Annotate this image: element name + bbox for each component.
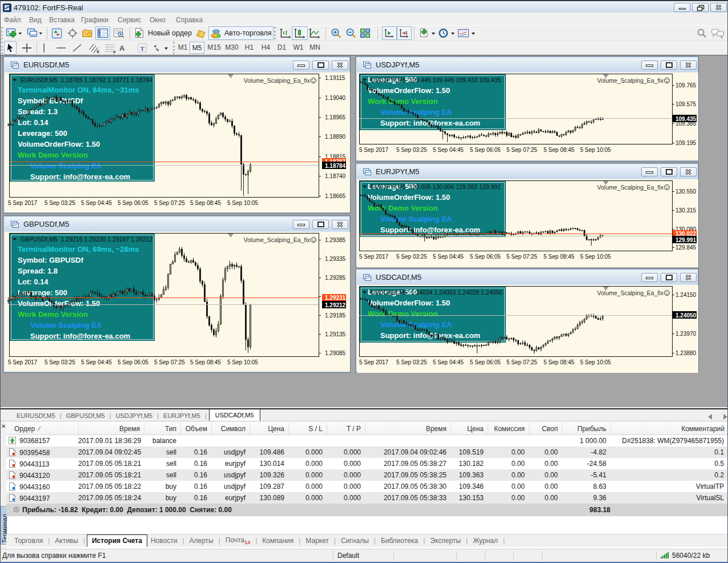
svg-text:Work Demo Version: Work Demo Version xyxy=(368,309,438,318)
svg-text:Leverage: 500: Leverage: 500 xyxy=(18,288,67,297)
svg-text:1.24150: 1.24150 xyxy=(675,292,697,298)
svg-text:1.29385: 1.29385 xyxy=(325,237,346,243)
svg-text:Support: info@forex-ea.com: Support: info@forex-ea.com xyxy=(30,172,130,181)
svg-text:5 Sep 07:25: 5 Sep 07:25 xyxy=(154,359,185,365)
svg-text:VolumeOrderFlow: 1.50: VolumeOrderFlow: 1.50 xyxy=(368,193,450,202)
svg-text:Support: info@forex-ea.com: Support: info@forex-ea.com xyxy=(30,332,130,340)
svg-text:Spread: 1.8: Spread: 1.8 xyxy=(18,267,58,275)
svg-text:1.29335: 1.29335 xyxy=(325,256,346,262)
svg-text:5 Sep 03:25: 5 Sep 03:25 xyxy=(45,200,75,206)
svg-text:Work Demo Version: Work Demo Version xyxy=(18,151,88,159)
svg-text:Volume_Scalping_Ea_fix: Volume_Scalping_Ea_fix xyxy=(597,77,664,84)
svg-text:5 Sep 06:05: 5 Sep 06:05 xyxy=(470,254,501,260)
svg-text:F: F xyxy=(114,50,116,54)
svg-text:1.18965: 1.18965 xyxy=(325,114,346,120)
svg-text:1.29285: 1.29285 xyxy=(325,275,346,281)
svg-text:5 Sep 08:45: 5 Sep 08:45 xyxy=(544,147,574,153)
svg-text:1.23880: 1.23880 xyxy=(675,350,697,356)
svg-text:5 Sep 04:45: 5 Sep 04:45 xyxy=(81,359,112,365)
svg-text:5 Sep 07:25: 5 Sep 07:25 xyxy=(154,200,185,206)
svg-text:1.29085: 1.29085 xyxy=(325,350,346,356)
svg-text:VolumeOrderFlow: 1.50: VolumeOrderFlow: 1.50 xyxy=(18,140,100,148)
svg-text:5 Sep 04:45: 5 Sep 04:45 xyxy=(433,254,464,260)
svg-text:5 Sep 03:25: 5 Sep 03:25 xyxy=(396,147,427,153)
svg-text:1.29231: 1.29231 xyxy=(325,295,346,301)
svg-text:Leverage: 500: Leverage: 500 xyxy=(18,129,67,138)
svg-text:130.550: 130.550 xyxy=(675,188,697,195)
svg-text:109.435: 109.435 xyxy=(675,116,697,122)
svg-text:Volume Scalping EA: Volume Scalping EA xyxy=(30,162,102,170)
svg-text:Lot: 0.14: Lot: 0.14 xyxy=(18,118,49,127)
svg-text:Symbol: EURUSDf: Symbol: EURUSDf xyxy=(18,96,83,105)
svg-text:5 Sep 08:45: 5 Sep 08:45 xyxy=(190,359,221,365)
svg-text:EURUSDf,M5 1.18785 1.18792 1.: EURUSDf,M5 1.18785 1.18792 1.18771 1.187… xyxy=(21,77,152,83)
svg-text:5 Sep 08:45: 5 Sep 08:45 xyxy=(544,254,574,260)
svg-text:129.991: 129.991 xyxy=(675,237,697,243)
svg-text:1.29212: 1.29212 xyxy=(325,302,346,308)
svg-text:5 Sep 03:25: 5 Sep 03:25 xyxy=(396,359,427,365)
svg-text:1.23970: 1.23970 xyxy=(675,331,697,337)
svg-text:USDCADf,M5 1.24034 1.24053 1.: USDCADf,M5 1.24034 1.24053 1.24028 1.240… xyxy=(371,289,502,296)
svg-text:1.18890: 1.18890 xyxy=(325,134,346,140)
svg-text:VolumeOrderFlow: 1.50: VolumeOrderFlow: 1.50 xyxy=(368,86,450,95)
svg-text:1.18740: 1.18740 xyxy=(325,173,346,179)
svg-text:TerminalMonitor ON, 69ms, ~28m: TerminalMonitor ON, 69ms, ~28ms xyxy=(18,245,139,254)
svg-text:5 Sep 07:25: 5 Sep 07:25 xyxy=(506,147,537,153)
svg-text:Volume_Scalping_Ea_fix: Volume_Scalping_Ea_fix xyxy=(597,289,664,296)
svg-text:5 Sep 06:05: 5 Sep 06:05 xyxy=(118,200,148,206)
svg-text:5 Sep 2017: 5 Sep 2017 xyxy=(359,147,389,153)
svg-text:Volume Scalping EA: Volume Scalping EA xyxy=(380,108,452,116)
svg-text:5 Sep 07:25: 5 Sep 07:25 xyxy=(506,254,537,260)
svg-text:5 Sep 04:45: 5 Sep 04:45 xyxy=(433,359,464,365)
svg-text:5 Sep 06:05: 5 Sep 06:05 xyxy=(470,147,501,153)
svg-text:5 Sep 06:05: 5 Sep 06:05 xyxy=(470,359,501,365)
svg-text:130.315: 130.315 xyxy=(675,207,697,214)
svg-text:Support: info@forex-ea.com: Support: info@forex-ea.com xyxy=(380,226,480,234)
svg-text:EURJPYf,M5 130.005 130.006 12: EURJPYf,M5 130.005 130.006 129.982 129.9… xyxy=(371,183,501,190)
svg-text:5 Sep 03:25: 5 Sep 03:25 xyxy=(45,359,75,365)
svg-text:1.19040: 1.19040 xyxy=(325,95,346,101)
svg-text:5 Sep 10:05: 5 Sep 10:05 xyxy=(227,200,258,206)
svg-text:USDJPYf,M5 109.445 109.445 10: USDJPYf,M5 109.445 109.445 109.433 109.4… xyxy=(371,77,501,83)
svg-text:1.24050: 1.24050 xyxy=(675,312,697,319)
svg-text:5 Sep 10:05: 5 Sep 10:05 xyxy=(580,254,611,260)
svg-text:109.195: 109.195 xyxy=(675,140,697,146)
svg-text:5 Sep 2017: 5 Sep 2017 xyxy=(8,200,38,206)
svg-text:VolumeOrderFlow: 1.50: VolumeOrderFlow: 1.50 xyxy=(368,299,450,307)
svg-text:1.29185: 1.29185 xyxy=(325,312,346,319)
svg-text:E: E xyxy=(97,50,100,54)
svg-text:5 Sep 03:25: 5 Sep 03:25 xyxy=(396,254,427,260)
svg-text:5 Sep 2017: 5 Sep 2017 xyxy=(8,359,38,365)
svg-text:5 Sep 04:45: 5 Sep 04:45 xyxy=(81,200,112,206)
svg-text:Volume_Scalping_Ea_fix: Volume_Scalping_Ea_fix xyxy=(244,236,311,243)
svg-text:5 Sep 2017: 5 Sep 2017 xyxy=(359,254,389,260)
svg-text:Support: info@forex-ea.com: Support: info@forex-ea.com xyxy=(380,119,480,127)
svg-text:1.29135: 1.29135 xyxy=(325,331,346,337)
svg-text:Volume_Scalping_Ea_fix: Volume_Scalping_Ea_fix xyxy=(244,77,311,84)
svg-text:Support: info@forex-ea.com: Support: info@forex-ea.com xyxy=(380,331,480,340)
svg-text:1.18665: 1.18665 xyxy=(325,193,346,199)
svg-text:1.19115: 1.19115 xyxy=(325,75,345,81)
svg-text:5 Sep 06:05: 5 Sep 06:05 xyxy=(118,359,148,365)
svg-text:Lot: 0.14: Lot: 0.14 xyxy=(18,278,49,286)
svg-text:Volume Scalping EA: Volume Scalping EA xyxy=(30,321,102,329)
svg-text:5 Sep 10:05: 5 Sep 10:05 xyxy=(580,359,611,365)
svg-text:129.845: 129.845 xyxy=(675,244,697,251)
svg-text:5 Sep 08:45: 5 Sep 08:45 xyxy=(544,359,574,365)
svg-text:5 Sep 07:25: 5 Sep 07:25 xyxy=(506,359,537,365)
svg-text:1.18784: 1.18784 xyxy=(325,163,346,169)
svg-text:5 Sep 08:45: 5 Sep 08:45 xyxy=(190,200,221,206)
svg-text:Symbol: GBPUSDf: Symbol: GBPUSDf xyxy=(18,256,84,264)
svg-text:5 Sep 10:05: 5 Sep 10:05 xyxy=(227,359,258,365)
svg-text:5 Sep 04:45: 5 Sep 04:45 xyxy=(433,147,464,153)
svg-text:Volume Scalping EA: Volume Scalping EA xyxy=(380,320,452,329)
svg-text:Volume_Scalping_Ea_fix: Volume_Scalping_Ea_fix xyxy=(597,184,664,191)
svg-text:TerminalMonitor ON, 84ms, ~31m: TerminalMonitor ON, 84ms, ~31ms xyxy=(18,86,139,94)
svg-text:T: T xyxy=(140,45,145,52)
svg-text:Work Demo Version: Work Demo Version xyxy=(18,310,88,319)
svg-text:5 Sep 2017: 5 Sep 2017 xyxy=(359,359,389,365)
svg-text:5 Sep 10:05: 5 Sep 10:05 xyxy=(580,147,611,153)
svg-text:109.765: 109.765 xyxy=(675,82,697,89)
svg-text:Work Demo Version: Work Demo Version xyxy=(368,97,438,106)
svg-text:GBPUSDf,M5 1.29216 1.29230 1.: GBPUSDf,M5 1.29216 1.29230 1.29197 1.292… xyxy=(21,236,152,243)
